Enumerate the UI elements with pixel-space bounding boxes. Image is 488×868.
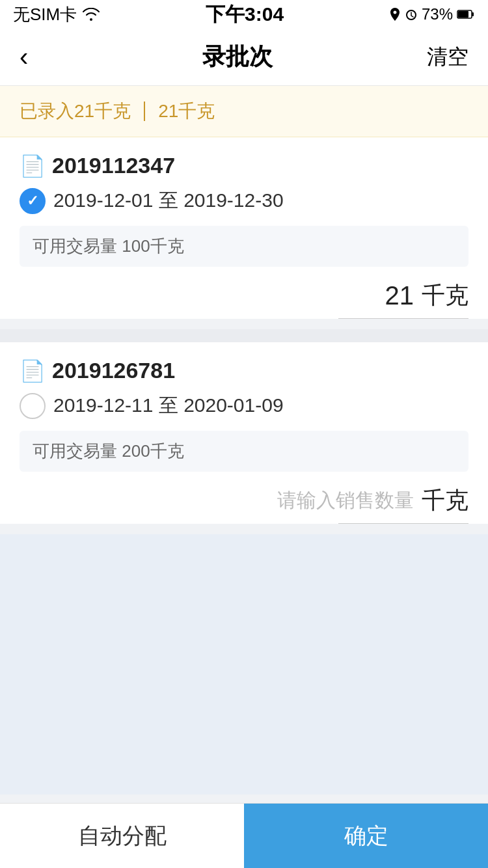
back-button[interactable]: ‹ <box>20 42 59 72</box>
status-time: 下午3:04 <box>206 1 284 28</box>
wifi-icon <box>82 8 100 21</box>
batch1-radio[interactable] <box>20 188 46 214</box>
batch2-number: 2019126781 <box>52 358 175 383</box>
batch1-quantity-row: 21 千克 <box>0 267 488 318</box>
batch2-divider <box>338 523 468 524</box>
batch2-input-row: 请输入销售数量 千克 <box>0 472 488 523</box>
batch1-available: 可用交易量 100千克 <box>20 226 468 267</box>
auto-distribute-button[interactable]: 自动分配 <box>0 804 244 868</box>
batch-item-2: 📄 2019126781 2019-12-11 至 2020-01-09 可用交… <box>0 342 488 524</box>
svg-rect-2 <box>472 12 474 16</box>
batch1-date: 2019-12-01 至 2019-12-30 <box>53 187 284 214</box>
page-title: 录批次 <box>202 41 273 73</box>
batch2-available: 可用交易量 200千克 <box>20 431 468 472</box>
info-banner: 已录入21千克 21千克 <box>0 86 488 137</box>
status-left: 无SIM卡 <box>13 3 100 26</box>
bottom-bar: 自动分配 确定 <box>0 803 488 868</box>
svg-rect-3 <box>458 11 468 18</box>
batch2-date: 2019-12-11 至 2020-01-09 <box>53 392 284 419</box>
batch1-unit: 千克 <box>422 280 468 312</box>
banner-value: 21千克 <box>158 99 215 124</box>
location-icon <box>389 7 401 21</box>
batch1-quantity-value[interactable]: 21 <box>385 281 414 310</box>
banner-divider <box>144 102 145 121</box>
batch1-icon: 📄 <box>20 154 46 178</box>
clear-button[interactable]: 清空 <box>416 43 468 72</box>
battery-icon <box>457 9 475 20</box>
batch2-date-row[interactable]: 2019-12-11 至 2020-01-09 <box>0 390 488 426</box>
batch1-number: 2019112347 <box>52 153 175 178</box>
confirm-button[interactable]: 确定 <box>244 804 488 868</box>
batch2-header: 📄 2019126781 <box>0 342 488 390</box>
batch1-date-row[interactable]: 2019-12-01 至 2019-12-30 <box>0 185 488 221</box>
batch-item-1: 📄 2019112347 2019-12-01 至 2019-12-30 可用交… <box>0 137 488 319</box>
batch2-input-placeholder: 请输入销售数量 <box>277 487 414 514</box>
alarm-icon <box>405 7 418 21</box>
section-separator-1 <box>0 329 488 342</box>
no-sim-text: 无SIM卡 <box>13 3 77 26</box>
status-right: 73% <box>389 5 475 23</box>
banner-label: 已录入21千克 <box>20 99 131 124</box>
empty-area <box>0 534 488 794</box>
status-bar: 无SIM卡 下午3:04 73% <box>0 0 488 29</box>
battery-text: 73% <box>422 5 453 23</box>
nav-bar: ‹ 录批次 清空 <box>0 29 488 86</box>
batch2-icon: 📄 <box>20 359 46 383</box>
batch2-unit: 千克 <box>422 485 468 517</box>
batch1-divider <box>338 318 468 319</box>
batch1-header: 📄 2019112347 <box>0 137 488 185</box>
batch2-radio[interactable] <box>20 393 46 419</box>
